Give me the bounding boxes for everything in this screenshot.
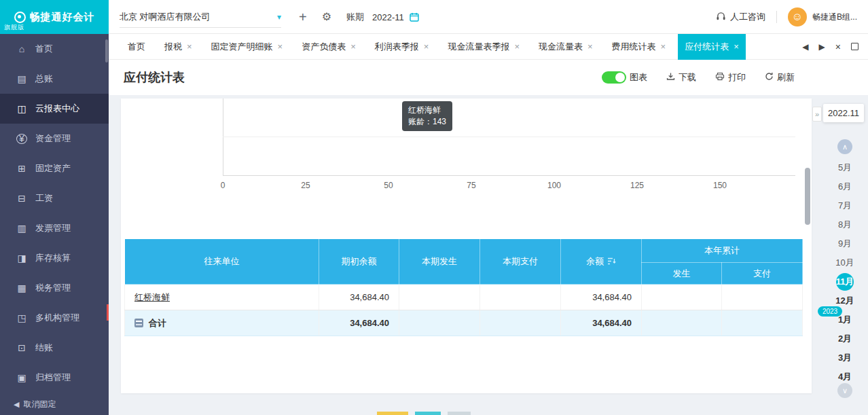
sidebar-item-label: 多机构管理: [35, 312, 79, 324]
sidebar-item-closing[interactable]: ⊡ 结账: [0, 333, 109, 363]
consult-link[interactable]: 人工咨询: [716, 11, 765, 23]
month-item-mar[interactable]: 3月: [822, 348, 868, 367]
collapse-panel-icon[interactable]: »: [812, 107, 822, 122]
tab-label: 现金流量表季报: [448, 41, 509, 53]
user-name[interactable]: 畅捷通B组...: [812, 12, 857, 23]
tab-label: 报税: [164, 41, 182, 53]
tab-next-icon[interactable]: ▶: [819, 43, 825, 51]
app-logo[interactable]: 畅捷通好会计 旗舰版: [0, 0, 109, 34]
sidebar-item-home[interactable]: ⌂ 首页: [0, 34, 109, 64]
chart-x-axis: [223, 175, 795, 176]
col-header-ytd-paid[interactable]: 支付: [722, 263, 803, 285]
fixed-assets-icon: ⊞: [16, 163, 27, 174]
panel-scrollbar-thumb[interactable]: [805, 168, 810, 225]
unpin-button[interactable]: ◀ 取消固定: [14, 399, 56, 410]
x-tick: 50: [384, 181, 393, 190]
funds-icon: ¥: [16, 134, 27, 144]
current-period[interactable]: 2022.11: [823, 104, 864, 122]
x-tick: 0: [221, 181, 225, 190]
sidebar-item-multi-org[interactable]: ◳ 多机构管理: [0, 303, 109, 333]
sidebar-item-salary[interactable]: ⊟ 工资: [0, 183, 109, 213]
x-tick: 100: [547, 181, 561, 190]
avatar[interactable]: ☺: [788, 7, 807, 26]
month-item-jul[interactable]: 7月: [822, 196, 868, 215]
month-item-may[interactable]: 5月: [822, 158, 868, 177]
sidebar-item-funds[interactable]: ¥ 资金管理: [0, 124, 109, 154]
chart-toggle[interactable]: 图表: [602, 71, 647, 84]
sidebar-scrollbar-thumb[interactable]: [105, 39, 108, 62]
gear-icon[interactable]: ⚙: [322, 12, 331, 22]
sidebar-item-tax[interactable]: ▦ 税务管理: [0, 273, 109, 303]
tab-cashflow-quarterly[interactable]: 现金流量表季报 ×: [441, 34, 526, 60]
print-button[interactable]: 打印: [715, 71, 746, 84]
total-balance: 34,684.40: [561, 310, 642, 336]
month-item-feb[interactable]: 2月: [822, 329, 868, 348]
tab-fixed-asset-detail[interactable]: 固定资产明细账 ×: [204, 34, 290, 60]
sidebar-item-cloud-reports[interactable]: ◫ 云报表中心: [0, 94, 109, 124]
close-all-icon[interactable]: ×: [835, 42, 841, 52]
sidebar-item-inventory[interactable]: ◨ 库存核算: [0, 243, 109, 273]
month-item-nov-active[interactable]: 11月: [822, 272, 868, 291]
col-header-opening-balance[interactable]: 期初余额: [319, 239, 399, 285]
tab-label: 资产负债表: [302, 41, 346, 53]
tab-cashflow[interactable]: 现金流量表 ×: [532, 34, 600, 60]
sidebar-item-label: 云报表中心: [35, 103, 79, 115]
refresh-label: 刷新: [777, 71, 795, 84]
download-button[interactable]: 下载: [666, 71, 696, 84]
tab-income-quarterly[interactable]: 利润表季报 ×: [368, 34, 436, 60]
toggle-on-icon[interactable]: [602, 71, 626, 84]
refresh-button[interactable]: 刷新: [765, 71, 795, 84]
month-item-apr[interactable]: 4月: [822, 367, 868, 386]
tab-payable-stats[interactable]: 应付统计表 ×: [678, 34, 746, 60]
close-icon[interactable]: ×: [424, 41, 429, 52]
close-icon[interactable]: ×: [734, 41, 739, 52]
tab-balance-sheet[interactable]: 资产负债表 ×: [295, 34, 363, 60]
chart-toggle-label: 图表: [630, 71, 647, 84]
unit-link[interactable]: 红桥海鲜: [134, 292, 170, 302]
col-header-balance[interactable]: 余额: [561, 239, 642, 285]
download-label: 下载: [679, 71, 696, 84]
sidebar-item-archive[interactable]: ▣ 归档管理: [0, 363, 109, 393]
chart-tooltip: 红桥海鲜 账龄：143: [402, 101, 452, 131]
sidebar-item-general-ledger[interactable]: ▤ 总账: [0, 64, 109, 94]
calendar-icon[interactable]: [410, 12, 419, 22]
close-icon[interactable]: ×: [514, 41, 520, 52]
month-item-sep[interactable]: 9月: [822, 234, 868, 253]
sidebar-item-invoice[interactable]: ▥ 发票管理: [0, 213, 109, 243]
inventory-icon: ◨: [16, 253, 27, 264]
sort-icon[interactable]: [607, 257, 616, 267]
divider: [776, 11, 777, 23]
period-value[interactable]: 2022-11: [372, 12, 404, 22]
print-label: 打印: [728, 71, 746, 84]
close-icon[interactable]: ×: [587, 41, 593, 52]
col-header-unit[interactable]: 往来单位: [125, 239, 319, 285]
tab-bar: 首页 报税 × 固定资产明细账 × 资产负债表 × 利润表季报 × 现金流量表季…: [109, 34, 868, 60]
fullscreen-icon[interactable]: [851, 43, 858, 50]
cell-balance: 34,684.40: [561, 285, 642, 310]
consult-label: 人工咨询: [730, 11, 765, 23]
sidebar-item-label: 结账: [35, 342, 53, 354]
month-item-aug[interactable]: 8月: [822, 215, 868, 234]
close-icon[interactable]: ×: [350, 41, 356, 52]
scroll-up-icon[interactable]: ∧: [837, 139, 852, 154]
col-header-ytd-incurred[interactable]: 发生: [642, 263, 722, 285]
company-selector[interactable]: 北京 对啊酒店有限公司 ▾: [120, 6, 281, 28]
tab-tax-filing[interactable]: 报税 ×: [158, 34, 199, 60]
total-row: 合计 34,684.40 34,684.40: [125, 310, 803, 336]
add-button[interactable]: +: [299, 10, 307, 24]
sidebar-item-label: 归档管理: [35, 372, 71, 384]
month-item-oct[interactable]: 10月: [822, 253, 868, 272]
tab-expense-stats[interactable]: 费用统计表 ×: [605, 34, 673, 60]
close-icon[interactable]: ×: [278, 41, 283, 52]
month-item-jun[interactable]: 6月: [822, 177, 868, 196]
tab-home[interactable]: 首页: [121, 34, 152, 60]
col-header-current-incurred[interactable]: 本期发生: [399, 239, 480, 285]
bottom-strip-block: [377, 412, 408, 415]
tab-prev-icon[interactable]: ◀: [802, 43, 808, 51]
sidebar-item-fixed-assets[interactable]: ⊞ 固定资产: [0, 154, 109, 183]
close-icon[interactable]: ×: [661, 41, 666, 52]
sidebar-item-label: 总账: [35, 73, 53, 85]
tab-controls: ◀ ▶ ×: [802, 42, 868, 52]
close-icon[interactable]: ×: [187, 41, 192, 52]
col-header-current-paid[interactable]: 本期支付: [480, 239, 561, 285]
